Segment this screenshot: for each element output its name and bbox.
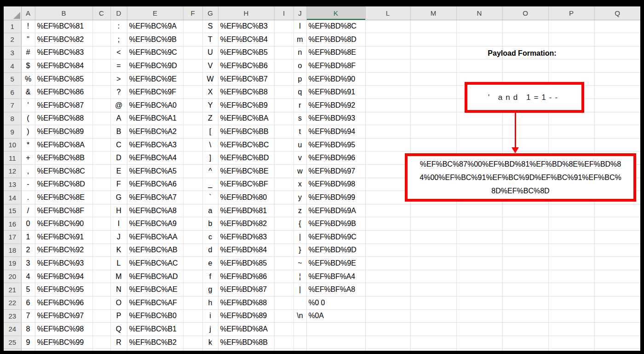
cell-H10[interactable]: %EF%BC%BC <box>218 138 274 151</box>
cell-D2[interactable]: ; <box>110 33 127 46</box>
cell-A21[interactable]: 5 <box>21 283 35 296</box>
cell-Q21[interactable] <box>594 283 640 296</box>
cell-I4[interactable] <box>274 59 293 73</box>
cell-O23[interactable] <box>502 309 548 323</box>
cell-G12[interactable]: ^ <box>202 165 218 178</box>
cell-H1[interactable]: %EF%BC%B3 <box>218 20 274 33</box>
cell-O16[interactable] <box>502 217 548 231</box>
cell-F8[interactable] <box>183 112 202 125</box>
cell-L25[interactable] <box>365 336 410 349</box>
cell-D13[interactable]: F <box>110 178 127 191</box>
cell-G6[interactable]: X <box>202 86 218 99</box>
cell-A10[interactable]: * <box>21 138 35 151</box>
cell-K11[interactable]: %EF%BD%96 <box>306 151 365 165</box>
cell-F25[interactable] <box>183 336 202 349</box>
cell-H23[interactable]: %EF%BD%89 <box>218 309 274 323</box>
cell-O4[interactable] <box>502 59 548 73</box>
cell-A14[interactable]: . <box>21 191 35 204</box>
cell-E10[interactable]: %EF%BC%A3 <box>127 138 183 151</box>
cell-I20[interactable] <box>274 270 293 283</box>
cell-D19[interactable]: L <box>110 257 127 270</box>
cell-Q20[interactable] <box>594 270 640 283</box>
cell-G14[interactable]: ` <box>202 191 218 204</box>
cell-E1[interactable]: %EF%BC%9A <box>127 20 183 33</box>
cell-G2[interactable]: T <box>202 33 218 46</box>
cell-K10[interactable]: %EF%BD%95 <box>306 138 365 151</box>
cell-L1[interactable] <box>365 20 410 33</box>
cell-B25[interactable]: %EF%BC%99 <box>35 336 92 349</box>
cell-P8[interactable] <box>548 112 594 125</box>
cell-O22[interactable] <box>502 296 548 309</box>
cell-G23[interactable]: i <box>202 309 218 323</box>
cell-K21[interactable]: %EF%BF%A8 <box>306 283 365 296</box>
cell-H13[interactable]: %EF%BC%BF <box>218 178 274 191</box>
cell-K2[interactable]: %EF%BD%8D <box>306 33 365 46</box>
cell-D11[interactable]: D <box>110 151 127 165</box>
cell-A4[interactable]: $ <box>21 59 35 73</box>
cell-L18[interactable] <box>365 244 410 257</box>
cell-K13[interactable]: %EF%BD%98 <box>306 178 365 191</box>
cell-E4[interactable]: %EF%BC%9D <box>127 59 183 73</box>
cell-J1[interactable]: l <box>293 20 306 33</box>
cell-H4[interactable]: %EF%BC%B6 <box>218 59 274 73</box>
cell-B6[interactable]: %EF%BC%86 <box>35 86 92 99</box>
cell-J18[interactable]: } <box>293 244 306 257</box>
cell-C7[interactable] <box>92 99 110 112</box>
cell-H14[interactable]: %EF%BD%80 <box>218 191 274 204</box>
cell-A2[interactable]: " <box>21 33 35 46</box>
cell-H19[interactable]: %EF%BD%85 <box>218 257 274 270</box>
cell-G24[interactable]: j <box>202 323 218 336</box>
cell-M15[interactable] <box>410 204 456 217</box>
cell-B11[interactable]: %EF%BC%8B <box>35 151 92 165</box>
cell-H21[interactable]: %EF%BD%87 <box>218 283 274 296</box>
cell-I13[interactable] <box>274 178 293 191</box>
cell-P15[interactable] <box>548 204 594 217</box>
cell-M5[interactable] <box>410 72 456 86</box>
cell-J10[interactable]: u <box>293 138 306 151</box>
cell-K9[interactable]: %EF%BD%94 <box>306 125 365 139</box>
cell-K25[interactable] <box>306 336 365 349</box>
cell-M19[interactable] <box>410 257 456 270</box>
cell-M1[interactable] <box>410 20 456 33</box>
cell-P9[interactable] <box>548 125 594 139</box>
row-header-9[interactable]: 9 <box>4 125 21 139</box>
cell-M10[interactable] <box>410 138 456 151</box>
cell-L2[interactable] <box>365 33 410 46</box>
cell-F21[interactable] <box>183 283 202 296</box>
column-header-K[interactable]: K <box>306 6 365 20</box>
cell-F24[interactable] <box>183 323 202 336</box>
cell-E21[interactable]: %EF%BC%AE <box>127 283 183 296</box>
cell-L11[interactable] <box>365 151 410 165</box>
cell-E23[interactable]: %EF%BC%B0 <box>127 309 183 323</box>
cell-E18[interactable]: %EF%BC%AB <box>127 244 183 257</box>
cell-J24[interactable] <box>293 323 306 336</box>
row-header-17[interactable]: 17 <box>4 231 21 244</box>
cell-K17[interactable]: %EF%BD%9C <box>306 231 365 244</box>
cell-A20[interactable]: 4 <box>21 270 35 283</box>
cell-E25[interactable]: %EF%BC%B2 <box>127 336 183 349</box>
cell-C23[interactable] <box>92 309 110 323</box>
cell-P24[interactable] <box>548 323 594 336</box>
cell-E19[interactable]: %EF%BC%AC <box>127 257 183 270</box>
cell-J16[interactable]: { <box>293 217 306 231</box>
row-header-8[interactable]: 8 <box>4 112 21 125</box>
column-header-I[interactable]: I <box>274 6 293 20</box>
cell-I9[interactable] <box>274 125 293 139</box>
cell-H7[interactable]: %EF%BC%B9 <box>218 99 274 112</box>
cell-L15[interactable] <box>365 204 410 217</box>
cell-I8[interactable] <box>274 112 293 125</box>
cell-B7[interactable]: %EF%BC%87 <box>35 99 92 112</box>
cell-A25[interactable]: 9 <box>21 336 35 349</box>
cell-P17[interactable] <box>548 231 594 244</box>
cell-E3[interactable]: %EF%BC%9C <box>127 46 183 59</box>
cell-J12[interactable]: w <box>293 165 306 178</box>
cell-N15[interactable] <box>456 204 502 217</box>
cell-A9[interactable]: ) <box>21 125 35 139</box>
cell-B24[interactable]: %EF%BC%98 <box>35 323 92 336</box>
cell-D3[interactable]: < <box>110 46 127 59</box>
row-header-6[interactable]: 6 <box>4 86 21 99</box>
column-header-G[interactable]: G <box>202 6 218 20</box>
cell-M22[interactable] <box>410 296 456 309</box>
cell-G10[interactable]: \ <box>202 138 218 151</box>
plain-payload-shape[interactable]: ' and 1=1-- <box>465 82 584 113</box>
